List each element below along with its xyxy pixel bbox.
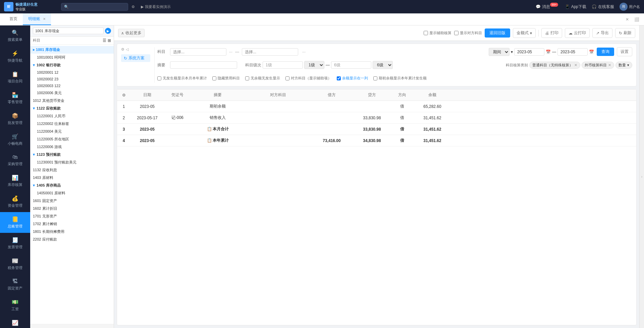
- user-avatar[interactable]: 用 用户名: [620, 3, 640, 11]
- app-download-btn[interactable]: 📱 App下载: [565, 4, 586, 10]
- sidebar-item-inventory[interactable]: 📊 库存核算: [0, 171, 30, 191]
- search-icon: 🔍: [64, 5, 69, 9]
- online-service-btn[interactable]: 🎧 在线客服: [592, 4, 614, 10]
- sidebar-item-project[interactable]: 📋 项目合同: [0, 67, 30, 88]
- subject-to-input[interactable]: [242, 48, 298, 56]
- query-btn[interactable]: 查询: [597, 48, 614, 56]
- sidebar-item-invoice[interactable]: 🧾 发票管理: [0, 233, 30, 254]
- period-calendar-from-icon[interactable]: 📅: [546, 50, 551, 54]
- message-btn[interactable]: 💬 消息 99+: [536, 4, 559, 10]
- sidebar-item-assets[interactable]: 🏗 固定资产: [0, 274, 30, 295]
- tag-close-foreign[interactable]: ✕: [608, 63, 611, 67]
- tag-close-normal[interactable]: ✕: [574, 63, 577, 67]
- tree-node-1002[interactable]: ▾ 1002 银行存款: [30, 61, 114, 69]
- level-from-select[interactable]: 1级: [304, 61, 324, 69]
- tree-node-10020006[interactable]: 10020006 美元: [30, 89, 114, 97]
- sidebar-item-retail[interactable]: 🏪 零售管理: [0, 88, 30, 109]
- tree-node-10020001[interactable]: 10020001 12: [30, 69, 114, 76]
- tab-close-all-icon[interactable]: ✕: [624, 16, 631, 23]
- account-scrollbar[interactable]: [30, 324, 114, 328]
- tree-node-11220005[interactable]: 11220005 所在地区: [30, 135, 114, 143]
- back-old-btn[interactable]: 退回旧版: [485, 28, 510, 38]
- account-expand-icon[interactable]: ⊞: [108, 38, 111, 43]
- export-btn[interactable]: ↗ 导出: [592, 28, 612, 38]
- summary-input[interactable]: [170, 61, 237, 69]
- sidebar-item-tax[interactable]: 📰 税务管理: [0, 254, 30, 274]
- tree-node-11230001[interactable]: 11230001 预付账款美元: [30, 158, 114, 166]
- cb-opening-balance[interactable]: 期初余额显示本年累计发生额: [373, 76, 427, 81]
- tree-node-10020002[interactable]: 10020002 23: [30, 76, 114, 82]
- subject-input[interactable]: [170, 48, 226, 56]
- tree-node-1123[interactable]: ▾ 1123 预付账款: [30, 151, 114, 158]
- filter-settings-icon[interactable]: ⚙: [121, 47, 124, 52]
- tree-node-1405[interactable]: ▾ 1405 库存商品: [30, 182, 114, 189]
- show-opposite-checkbox[interactable]: 显示对方科目: [454, 30, 482, 36]
- tree-node-1801[interactable]: 1801 长期待摊费用: [30, 228, 114, 236]
- tree-node-14050001[interactable]: 14050001 原材料: [30, 189, 114, 197]
- filter-collapse-icon[interactable]: ◁: [126, 47, 128, 52]
- gear-icon[interactable]: ⚙: [122, 93, 126, 97]
- level-from-input[interactable]: [263, 61, 303, 69]
- cell-voucher[interactable]: 记-006: [164, 112, 191, 124]
- cell-num: 2: [117, 112, 130, 124]
- tree-node-2202[interactable]: 2202 应付账款: [30, 236, 114, 243]
- content-toolbar: ∧ 收起更多 显示辅助核算 显示对方科目 退回旧版 金额式 ▾: [114, 25, 639, 41]
- sidebar-item-salary[interactable]: 💵 工资: [0, 295, 30, 316]
- sidebar-item-wholesale[interactable]: 📦 批发管理: [0, 109, 30, 129]
- tab-home[interactable]: 首页: [4, 13, 23, 25]
- tab-close-icon[interactable]: ✕: [43, 17, 46, 21]
- gear-btn[interactable]: ⚙: [131, 5, 135, 9]
- refresh-btn[interactable]: ↻ 刷新: [615, 28, 635, 38]
- period-to-input[interactable]: [557, 48, 588, 56]
- tree-node-1702[interactable]: 1702 累计摊销: [30, 220, 114, 228]
- tab-expand-icon[interactable]: ⬜: [633, 16, 640, 23]
- tree-node-1601[interactable]: 1601 固定资产: [30, 197, 114, 205]
- cell-direction: 借: [392, 101, 412, 112]
- period-from-input[interactable]: [514, 48, 544, 56]
- print-btn[interactable]: 🖨 打印: [541, 28, 562, 38]
- level-to-select[interactable]: 6级: [373, 61, 393, 69]
- cb-no-zero[interactable]: 无余额无发生显示: [245, 76, 280, 81]
- period-calendar-to-icon[interactable]: 📅: [589, 50, 594, 54]
- chevron-down-qty-icon[interactable]: ▾: [627, 63, 629, 67]
- sidebar-item-search[interactable]: 🔍 搜索菜单: [0, 25, 30, 46]
- sidebar-item-purchase[interactable]: 🛍 采购管理: [0, 150, 30, 171]
- cell-opposite: [245, 124, 312, 135]
- tree-node-11220001[interactable]: 11220001 人民币: [30, 112, 114, 120]
- scheme-btn[interactable]: ↻ 系统方案: [121, 54, 150, 62]
- account-search-input[interactable]: [33, 27, 104, 34]
- tree-node-1122[interactable]: ▾ 1122 应收账款: [30, 105, 114, 112]
- cb-show-opposite[interactable]: 对方科目（显示辅助项）: [285, 76, 331, 81]
- sidebar-item-ledger[interactable]: 📒 总账管理: [0, 212, 30, 233]
- tree-node-1012[interactable]: 1012 其他货币资金: [30, 97, 114, 105]
- tree-node-11220006[interactable]: 11220006 游戏: [30, 143, 114, 151]
- tab-ledger[interactable]: 明细账 ✕: [23, 13, 51, 25]
- tree-node-10010001[interactable]: 10010001 呵呵呵: [30, 54, 114, 61]
- sidebar-item-bizmanage[interactable]: 📈 经营管理: [0, 316, 30, 328]
- show-aux-checkbox[interactable]: 显示辅助核算: [424, 30, 451, 36]
- sidebar-item-capital[interactable]: 💰 资金管理: [0, 191, 30, 212]
- format-select-btn[interactable]: 金额式 ▾: [513, 28, 536, 38]
- sidebar-item-ecommerce[interactable]: 🛒 小畅电商: [0, 129, 30, 150]
- tree-node-10020003[interactable]: 10020003 122: [30, 82, 114, 89]
- tree-node-1701[interactable]: 1701 无形资产: [30, 212, 114, 220]
- account-nav-btn[interactable]: ▶: [105, 28, 111, 34]
- period-type-select[interactable]: 期间: [489, 48, 509, 56]
- tree-node-1001[interactable]: ▸ 1001 库存现金: [30, 46, 114, 54]
- cloud-print-btn[interactable]: ☁ 云打印: [565, 28, 590, 38]
- tree-node-1602[interactable]: 1602 累计折旧: [30, 205, 114, 212]
- cb-hide-disabled[interactable]: 隐藏禁用科目: [212, 76, 240, 81]
- tree-node-11220004[interactable]: 11220004 美元: [30, 128, 114, 135]
- tree-node-1132[interactable]: 1132 应收利息: [30, 166, 114, 174]
- cb-balance-col[interactable]: 余额显示在一列: [337, 76, 368, 81]
- tree-node-11220002[interactable]: 11220002 往来标签: [30, 120, 114, 128]
- right-collapse-btn[interactable]: ›: [639, 25, 644, 328]
- expand-filter-btn[interactable]: ∧ 收起更多: [118, 29, 145, 37]
- level-to-input[interactable]: [331, 61, 371, 69]
- account-list-icon[interactable]: ☰: [103, 38, 106, 43]
- sidebar-item-quicknav[interactable]: ⚡ 快捷导航: [0, 46, 30, 67]
- tree-node-1403[interactable]: 1403 原材料: [30, 174, 114, 182]
- settings-btn[interactable]: 设置: [617, 47, 632, 56]
- demo-link[interactable]: ▶ 我要看实例演示: [141, 4, 171, 9]
- cb-no-balance[interactable]: 无发生额显示本月本年累计: [157, 76, 207, 81]
